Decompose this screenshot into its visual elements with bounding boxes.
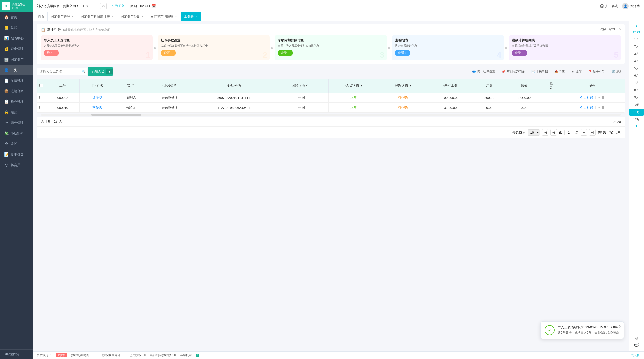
ops-delete-0[interactable]: 🗑 — [601, 96, 605, 99]
intro-step-3: 专项附加扣除信息 查看、导入员工专项附加扣除信息 查看＞ 3 — [275, 35, 387, 60]
panel-month-1月[interactable]: 1月 — [629, 36, 644, 43]
last-page-btn[interactable]: ▶| — [589, 129, 596, 136]
tab-assets-mgmt[interactable]: 固定资产管理× — [48, 12, 77, 21]
tab-close-asset-detail[interactable]: × — [174, 15, 177, 18]
action-btn-social[interactable]: 👥统一社保设置 — [470, 68, 498, 75]
sidebar-item-payroll[interactable]: 👤 工资 — [0, 65, 33, 75]
ops-delete-1[interactable]: 🗑 — [601, 106, 605, 109]
ops-social-1[interactable]: 个人社保 — [580, 106, 593, 109]
per-page-select[interactable]: 10 20 50 — [528, 129, 540, 136]
employee-link-1[interactable]: 李俊杰 — [92, 106, 102, 109]
sidebar-item-expense[interactable]: 💸 小畅报销 — [0, 128, 33, 139]
tab-close-payroll-table[interactable]: × — [195, 15, 198, 18]
cancel-fixed-btn[interactable]: ◀取消固定 — [0, 349, 33, 359]
sidebar-item-funds[interactable]: 💰 资金管理 — [0, 44, 33, 54]
period-selector[interactable]: 账期 2023-11 📅 — [130, 4, 156, 8]
tab-payroll-table[interactable]: 工资表× — [181, 12, 201, 21]
step-arrow-3: ▶ — [387, 35, 392, 60]
sidebar-item-closing[interactable]: 🔒 结账 — [0, 107, 33, 118]
panel-nav-up[interactable]: ▲ — [629, 23, 644, 29]
prev-page-btn[interactable]: ◀ — [550, 129, 557, 136]
tab-close-depreciation[interactable]: × — [111, 15, 114, 18]
sidebar-item-home[interactable]: 🏠 首页 — [0, 12, 33, 23]
panel-month-6月[interactable]: 6月 — [629, 72, 644, 79]
switch-version-btn[interactable]: 切到旧版 — [110, 3, 127, 9]
row-name: 李俊杰 — [80, 103, 115, 113]
sidebar-item-reports[interactable]: 📊 报表中心 — [0, 33, 33, 44]
add-account-btn[interactable]: ＋ — [92, 3, 98, 9]
panel-month-8月[interactable]: 8月 — [629, 87, 644, 94]
nationality-col: 国籍（地区） — [275, 79, 328, 93]
panel-month-9月[interactable]: 9月 — [629, 94, 644, 101]
panel-month-10月[interactable]: 10月 — [629, 101, 644, 108]
sidebar-item-archive[interactable]: 🗂 归档管理 — [0, 118, 33, 128]
sidebar-item-guide[interactable]: 📝 新手引导 — [0, 149, 33, 160]
panel-month-11月[interactable]: 11月 — [629, 109, 644, 116]
row-checkbox-1[interactable] — [39, 106, 43, 109]
page-input[interactable] — [564, 130, 573, 135]
tab-close-assets-mgmt[interactable]: × — [71, 15, 74, 18]
action-btn-tax-report[interactable]: 📑个税申报 — [529, 68, 550, 75]
tab-asset-category[interactable]: 固定资产类别× — [117, 12, 147, 21]
row-ops: 个人社保 | ✏ 🗑 — [560, 93, 625, 103]
panel-month-5月[interactable]: 5月 — [629, 65, 644, 72]
account-selector[interactable]: 刘小艳演示账套（勿删勿动！）1 ▼ — [37, 4, 89, 8]
notif-close-btn[interactable]: ✕ — [618, 324, 621, 328]
app-logo[interactable]: 会 畅捷通好会计 专业版 — [0, 0, 33, 12]
intro-help-link[interactable]: 帮助 — [609, 27, 615, 31]
panel-feedback-icon[interactable]: 💬 — [634, 343, 639, 347]
ops-edit-0[interactable]: ✏ — [598, 96, 600, 99]
ops-edit-1[interactable]: ✏ — [598, 106, 600, 109]
table-scrollbar[interactable] — [41, 114, 621, 116]
add-people-dropdown-arrow[interactable]: ▼ — [106, 69, 113, 74]
first-page-btn[interactable]: |◀ — [542, 129, 548, 136]
panel-settings-icon[interactable]: ⚙ — [635, 336, 638, 341]
tab-asset-detail[interactable]: 固定资产明细账× — [147, 12, 181, 21]
recharge-btn[interactable]: 去充值 — [631, 353, 640, 357]
step-btn-5[interactable]: 查看＞ — [512, 50, 527, 56]
sidebar-label-home: 首页 — [11, 15, 17, 20]
panel-month-7月[interactable]: 7月 — [629, 80, 644, 86]
user-menu[interactable]: 👤 徐泽华 — [622, 3, 640, 9]
step-btn-1[interactable]: 导入＞ — [44, 50, 59, 56]
search-btn[interactable]: 🔍 — [82, 70, 86, 73]
step-btn-2[interactable]: 设置＞ — [161, 50, 176, 56]
content-area: 📋 新手引导 5步快速完成设置，快去完善信息吧～ 视频 帮助 ✕ 导入员工工资信… — [33, 21, 629, 351]
panel-month-12月[interactable]: 12月 — [629, 116, 644, 123]
per-page-label: 每页显示 — [512, 130, 526, 135]
employee-link-0[interactable]: 徐泽华 — [92, 96, 102, 99]
sidebar-item-invoices[interactable]: 📄 发票管理 — [0, 75, 33, 86]
action-btn-export[interactable]: 📤导出 — [552, 68, 568, 75]
select-all-checkbox[interactable] — [39, 84, 43, 87]
panel-month-2月[interactable]: 2月 — [629, 43, 644, 50]
table-scroll-thumb[interactable] — [91, 114, 141, 116]
action-btn-operation[interactable]: ⚙操作 — [569, 68, 584, 75]
sidebar-item-tax[interactable]: 📋 税务管理 — [0, 96, 33, 107]
tab-home[interactable]: 首页 — [35, 12, 48, 21]
next-page-btn[interactable]: ▶ — [581, 129, 587, 136]
settings-btn[interactable]: ⚙ — [100, 3, 107, 9]
customer-service-btn[interactable]: 🎧 人工咨询 — [600, 4, 618, 8]
action-btn-new-guide[interactable]: ❓新手引导 — [586, 68, 608, 75]
sidebar-item-ledger[interactable]: 📒 总账 — [0, 23, 33, 33]
add-people-btn[interactable]: 添加人员 ▼ — [88, 67, 113, 76]
panel-month-3月[interactable]: 3月 — [629, 50, 644, 57]
step-btn-3[interactable]: 查看＞ — [278, 50, 293, 56]
row-checkbox-0[interactable] — [39, 96, 43, 99]
panel-nav-down[interactable]: ▼ — [629, 123, 644, 129]
action-btn-deduction[interactable]: 📌专项附加扣除 — [499, 68, 527, 75]
tab-depreciation[interactable]: 固定资产折旧统计表× — [77, 12, 117, 21]
action-btn-refresh[interactable]: 🔄刷新 — [609, 68, 625, 75]
emp-id-col: 工号 — [46, 79, 80, 93]
step-btn-4[interactable]: 查看＞ — [395, 50, 410, 56]
tab-close-asset-category[interactable]: × — [141, 15, 144, 18]
sidebar-item-assets[interactable]: 🏢 固定资产 — [0, 54, 33, 65]
intro-close-btn[interactable]: ✕ — [619, 27, 622, 31]
ops-social-0[interactable]: 个人社保 — [580, 96, 593, 99]
intro-video-link[interactable]: 视频 — [600, 27, 606, 31]
sidebar-item-inventory[interactable]: 📦 进销台账 — [0, 86, 33, 96]
search-input[interactable] — [37, 68, 87, 75]
sidebar-item-member[interactable]: V 畅会员 — [0, 160, 33, 170]
sidebar-item-settings[interactable]: ⚙ 设置 — [0, 139, 33, 149]
panel-month-4月[interactable]: 4月 — [629, 58, 644, 65]
